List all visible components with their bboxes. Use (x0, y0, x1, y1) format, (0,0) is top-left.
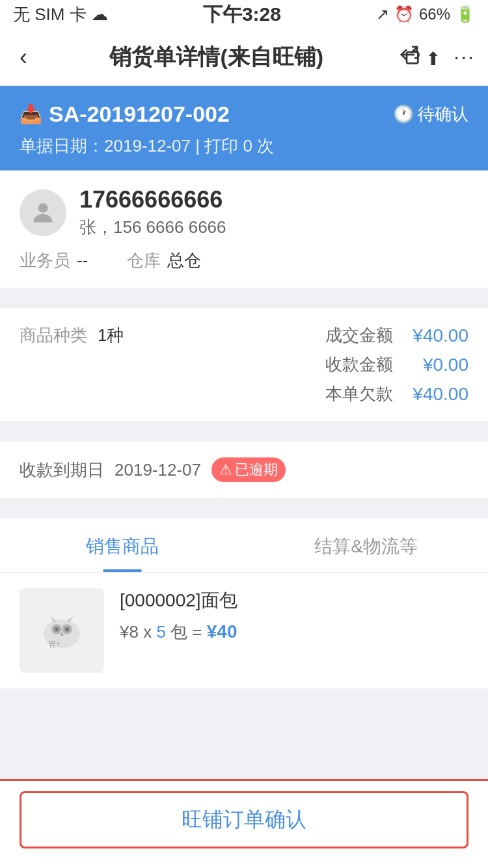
due-label: 收款到期日 (20, 459, 104, 481)
due-date: 2019-12-07 (115, 460, 201, 480)
warehouse-info: 仓库 总仓 (127, 249, 201, 272)
tabs-section: 销售商品 结算&物流等 (0, 519, 488, 573)
status-right: ↗ ⏰ 66% 🔋 (376, 5, 475, 23)
svg-text:管+: 管+ (48, 640, 61, 649)
order-date: 单据日期：2019-12-07 | 打印 0 次 (20, 135, 468, 157)
divider-1 (0, 298, 488, 308)
unit-price: ¥8 (120, 622, 139, 642)
share-icon[interactable]: ⬆ (399, 44, 441, 70)
avatar (20, 189, 66, 236)
warning-icon: ⚠ (219, 461, 232, 478)
multiply-sign: x (143, 622, 156, 642)
svg-point-7 (55, 628, 58, 631)
product-name: [0000002]面包 (120, 588, 468, 613)
warehouse-label: 仓库 (127, 249, 161, 272)
bottom-button-area: 旺铺订单确认 (0, 779, 488, 868)
divider-3 (0, 508, 488, 519)
clock-icon: 🕐 (393, 104, 414, 124)
owed-label: 本单欠款 (325, 383, 393, 405)
svg-point-8 (66, 628, 68, 631)
warehouse-value: 总仓 (167, 249, 201, 272)
nav-actions: ⬆ ··· (399, 44, 475, 70)
amount-summary: 成交金额 ¥40.00 收款金额 ¥0.00 本单欠款 ¥40.00 (325, 324, 468, 405)
customer-phone: 17666666666 (79, 186, 226, 213)
type-label: 商品种类 (20, 324, 87, 347)
amount-label: 成交金额 (325, 324, 393, 347)
svg-point-1 (38, 203, 48, 213)
tab-settlement[interactable]: 结算&物流等 (244, 519, 488, 572)
page-title: 销货单详情(来自旺铺) (34, 42, 399, 72)
overdue-text: 已逾期 (235, 460, 278, 480)
due-section: 收款到期日 2019-12-07 ⚠ 已逾期 (0, 442, 488, 498)
quantity: 5 (156, 622, 165, 642)
battery-status: 66% (419, 5, 450, 23)
location-icon: ↗ (376, 5, 389, 23)
more-icon[interactable]: ··· (454, 45, 475, 69)
salesperson-info: 业务员 -- (20, 249, 88, 272)
status-time: 下午3:28 (203, 1, 281, 28)
sim-status: 无 SIM 卡 ☁ (13, 3, 108, 26)
confirm-order-button[interactable]: 旺铺订单确认 (20, 791, 468, 848)
order-status: 🕐 待确认 (393, 103, 468, 126)
salesperson-label: 业务员 (20, 249, 70, 272)
unit: 包 (170, 622, 187, 642)
customer-section: 17666666666 张，156 6666 6666 业务员 -- 仓库 总仓 (0, 170, 488, 288)
overdue-badge: ⚠ 已逾期 (211, 457, 286, 482)
owed-value: ¥40.00 (403, 384, 468, 405)
nav-bar: ‹ 销货单详情(来自旺铺) ⬆ ··· (0, 29, 488, 86)
order-header: 📥 SA-20191207-002 🕐 待确认 单据日期：2019-12-07 … (0, 86, 488, 170)
status-bar: 无 SIM 卡 ☁ 下午3:28 ↗ ⏰ 66% 🔋 (0, 0, 488, 29)
product-item: 管+ [0000002]面包 ¥8 x 5 包 = ¥40 (0, 573, 488, 688)
status-left: 无 SIM 卡 ☁ (13, 3, 108, 26)
divider-2 (0, 431, 488, 442)
product-thumbnail: 管+ (20, 588, 104, 673)
order-id: 📥 SA-20191207-002 (20, 102, 230, 127)
received-value: ¥0.00 (403, 355, 468, 375)
amount-value: ¥40.00 (403, 325, 468, 346)
product-type-row: 商品种类 1种 (20, 324, 124, 347)
equals-sign: = (192, 622, 206, 642)
type-count: 1种 (98, 324, 124, 347)
total-price: ¥40 (207, 621, 237, 642)
product-price: ¥8 x 5 包 = ¥40 (120, 621, 468, 644)
back-button[interactable]: ‹ (13, 37, 34, 77)
tab-sales[interactable]: 销售商品 (0, 519, 244, 572)
order-icon: 📥 (20, 103, 42, 125)
battery-icon: 🔋 (455, 5, 475, 23)
summary-section: 商品种类 1种 成交金额 ¥40.00 收款金额 ¥0.00 本单欠款 ¥40.… (0, 308, 488, 421)
received-label: 收款金额 (325, 353, 393, 376)
salesperson-value: -- (77, 251, 88, 271)
product-info: [0000002]面包 ¥8 x 5 包 = ¥40 (120, 588, 468, 644)
customer-name: 张，156 6666 6666 (79, 216, 226, 239)
alarm-icon: ⏰ (394, 5, 414, 23)
tabs-bar: 销售商品 结算&物流等 (0, 519, 488, 573)
